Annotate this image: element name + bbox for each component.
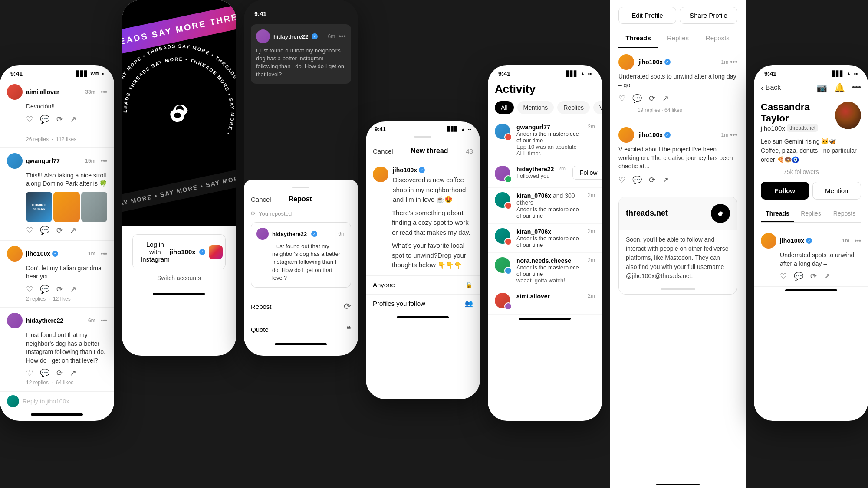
- like-button[interactable]: ♡: [26, 368, 33, 378]
- compose-body: jiho100x ✓ Discovered a new coffee shop …: [366, 161, 480, 275]
- back-button[interactable]: ‹ Back: [761, 83, 781, 93]
- repost-button[interactable]: ⟳: [649, 94, 655, 103]
- tab-reposts[interactable]: Reposts: [698, 29, 737, 48]
- cta-buttons: Follow Mention: [761, 182, 861, 200]
- compose-text[interactable]: Discovered a new coffee shop in my neigh…: [393, 175, 473, 205]
- more-button[interactable]: •••: [101, 317, 107, 324]
- back-bar: ‹ Back 📷 🔔 •••: [754, 79, 868, 96]
- status-icons: ▋▋▋ ▲ ▪▪: [832, 71, 858, 77]
- bell-icon[interactable]: 🔔: [834, 82, 845, 93]
- repost-action[interactable]: Repost ⟳: [251, 295, 351, 318]
- follow-button[interactable]: Follow: [761, 182, 809, 200]
- top-icons: 📷 🔔 •••: [816, 82, 861, 93]
- share-profile-button[interactable]: Share Profile: [680, 7, 737, 24]
- post-text: Don't let my Italian grandma hear you...: [26, 264, 107, 281]
- repost-button[interactable]: ⟳: [649, 175, 655, 185]
- more-button[interactable]: •••: [855, 237, 861, 244]
- share-button[interactable]: ↗: [70, 115, 76, 124]
- share-button[interactable]: ↗: [824, 272, 830, 281]
- like-button[interactable]: ♡: [618, 175, 625, 185]
- net-badge: threads.net: [787, 124, 818, 132]
- status-bar: 9:41: [251, 7, 351, 21]
- username: gwangurl77: [26, 157, 60, 164]
- tab-mentions[interactable]: Mentions: [517, 101, 554, 114]
- comment-button[interactable]: 💬: [632, 175, 642, 185]
- name-row: Cassandra Taylor jiho100x threads.net: [761, 102, 861, 134]
- edit-profile-button[interactable]: Edit Profile: [618, 7, 676, 24]
- compose-paragraph2[interactable]: What's your favorite local spot to unwin…: [392, 241, 473, 270]
- share-button[interactable]: ↗: [662, 175, 669, 185]
- share-button[interactable]: ↗: [70, 368, 76, 378]
- fediverse-domain: threads.net: [626, 209, 668, 218]
- instagram-login-button[interactable]: Log in with Instagram jiho100x ✓: [132, 234, 226, 269]
- followers-count: 75k followers: [761, 168, 861, 176]
- instagram-icon[interactable]: 📷: [816, 82, 827, 93]
- liker-avatar: [626, 106, 635, 115]
- tab-threads[interactable]: Threads: [618, 29, 658, 48]
- more-button[interactable]: •••: [101, 157, 107, 164]
- compose-text-line2: There's something about finding a cozy s…: [392, 209, 470, 236]
- compose-paragraph1[interactable]: There's something about finding a cozy s…: [392, 208, 473, 238]
- post-item: aimi.allover 33m ••• Devoción!! ♡ 💬 ⟳ ↗ …: [0, 79, 114, 148]
- like-button[interactable]: ♡: [26, 285, 33, 294]
- follow-button[interactable]: Follow: [572, 166, 602, 180]
- post-time: 15m: [85, 158, 95, 164]
- share-button[interactable]: ↗: [70, 226, 76, 235]
- post-image: [53, 192, 79, 222]
- compose-user: jiho100x ✓ Discovered a new coffee shop …: [373, 167, 473, 205]
- audience-anyone[interactable]: Anyone 🔒: [366, 275, 480, 294]
- share-button[interactable]: ↗: [70, 285, 76, 294]
- post-text: V excited about the project I've been wo…: [618, 145, 737, 171]
- tab-reposts[interactable]: Reposts: [828, 206, 861, 222]
- more-dots-icon[interactable]: •••: [852, 82, 861, 93]
- cancel-button[interactable]: Cancel: [251, 196, 271, 203]
- switch-accounts[interactable]: Switch accounts: [132, 275, 226, 282]
- follower-avatar: [771, 168, 779, 176]
- audience-profiles[interactable]: Profiles you follow 👥: [366, 294, 480, 313]
- activity-time: 2m: [588, 293, 595, 299]
- like-button[interactable]: ♡: [780, 272, 787, 281]
- post-item: jiho100x ✓ 1m ••• Don't let my Italian g…: [0, 241, 114, 308]
- repost-button[interactable]: ⟳: [810, 272, 817, 281]
- comment-button[interactable]: 💬: [40, 226, 49, 235]
- activity-content: aimi.allover: [516, 293, 583, 300]
- more-button[interactable]: •••: [730, 58, 737, 66]
- quote-action[interactable]: Quote ❝: [251, 318, 351, 341]
- mention-button[interactable]: Mention: [812, 182, 861, 200]
- like-button[interactable]: ♡: [26, 115, 33, 124]
- compose-title: New thread: [411, 147, 448, 155]
- more-button[interactable]: •••: [101, 88, 107, 95]
- more-button[interactable]: •••: [730, 131, 737, 139]
- more-button[interactable]: •••: [101, 250, 107, 257]
- comment-button[interactable]: 💬: [794, 272, 803, 281]
- like-button[interactable]: ♡: [618, 94, 625, 103]
- tab-replies[interactable]: Replies: [557, 101, 590, 114]
- tab-verified[interactable]: Verifi...: [593, 101, 602, 114]
- back-arrow-icon: ‹: [761, 83, 764, 93]
- tab-all[interactable]: All: [495, 101, 514, 114]
- comment-button[interactable]: 💬: [40, 115, 49, 124]
- comment-button[interactable]: 💬: [40, 285, 49, 294]
- activity-time: 2m: [588, 192, 595, 198]
- like-button[interactable]: ♡: [26, 226, 33, 235]
- signal-icon: ▋▋▋: [447, 126, 458, 132]
- compose-text-line3: What's your favorite local spot to unwin…: [392, 242, 466, 269]
- comment-button[interactable]: 💬: [632, 94, 642, 103]
- battery-icon: ▪▪: [588, 71, 592, 77]
- followers-text: 75k followers: [783, 168, 819, 175]
- repost-button[interactable]: ⟳: [56, 226, 63, 235]
- post-avatar: [618, 127, 634, 143]
- repost-button[interactable]: ⟳: [56, 115, 63, 124]
- tab-replies[interactable]: Replies: [794, 206, 828, 222]
- comment-button[interactable]: 💬: [40, 368, 49, 378]
- reply-placeholder[interactable]: Reply to jiho100x...: [23, 398, 74, 405]
- username: jiho100x: [780, 237, 804, 244]
- tab-threads[interactable]: Threads: [761, 206, 794, 222]
- repost-button[interactable]: ⟳: [56, 285, 63, 294]
- background-username: hidaythere22: [273, 33, 308, 40]
- tab-replies[interactable]: Replies: [658, 29, 697, 48]
- repost-button[interactable]: ⟳: [56, 368, 63, 378]
- share-button[interactable]: ↗: [662, 94, 669, 103]
- cancel-button[interactable]: Cancel: [373, 147, 393, 155]
- modal-title: Repost: [289, 195, 312, 203]
